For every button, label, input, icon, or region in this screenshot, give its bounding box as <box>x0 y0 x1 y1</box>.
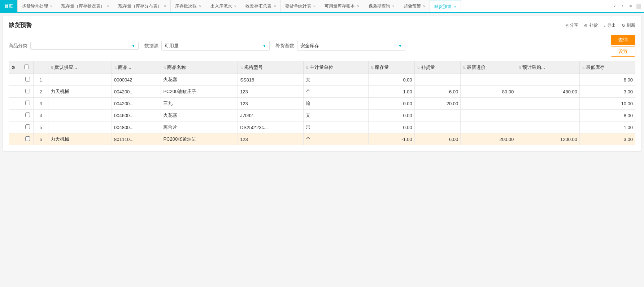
tab-home[interactable]: 首页 <box>0 0 18 13</box>
settings-column-header[interactable]: ⚙ <box>9 61 22 74</box>
min-stock-column-header[interactable]: 最低库存 <box>580 61 635 74</box>
row-min-stock-5: 1.00 <box>580 122 635 133</box>
data-table: ⚙ 默认供应... 商品... 商品名称 规格型号 主计量单位 库存量 补货量 … <box>9 61 635 145</box>
spec-column-header[interactable]: 规格型号 <box>238 61 304 74</box>
row-gear-4[interactable] <box>9 110 22 122</box>
tab-expiry-close[interactable]: × <box>392 4 395 8</box>
tab-close-all[interactable]: ✕ <box>627 2 635 10</box>
datasource-select[interactable]: 可用量 ▼ <box>161 41 270 51</box>
tab-available-ledger-close[interactable]: × <box>357 4 359 8</box>
tab-shortage[interactable]: 缺货预警 × <box>430 0 461 13</box>
row-stock-4: 0.00 <box>369 110 414 122</box>
tab-exception-close[interactable]: × <box>50 4 52 8</box>
row-gear-1[interactable] <box>9 74 22 86</box>
row-name-2: PC200油缸庄子 <box>161 86 238 98</box>
row-unit-1: 支 <box>304 74 369 86</box>
unit-column-header[interactable]: 主计量单位 <box>304 61 369 74</box>
stock-column-header[interactable]: 库存量 <box>369 61 414 74</box>
row-checkbox-5[interactable] <box>25 124 30 129</box>
replenish-base-select-arrow: ▼ <box>398 44 402 48</box>
row-unit-3: 箱 <box>304 98 369 110</box>
tab-batch-account[interactable]: 库存批次账 × <box>171 0 206 13</box>
row-gear-3[interactable] <box>9 98 22 110</box>
tab-inventory-dist-close[interactable]: × <box>164 4 166 8</box>
tab-inout-flow[interactable]: 出入库流水 × <box>206 0 241 13</box>
row-gear-5[interactable] <box>9 122 22 133</box>
replenish-qty-column-header[interactable]: 补货量 <box>414 61 460 74</box>
product-name-column-header[interactable]: 商品名称 <box>161 61 238 74</box>
share-icon: ⎘ <box>566 23 568 28</box>
row-gear-6[interactable] <box>9 133 22 145</box>
tab-receive-summary[interactable]: 收发存汇总表 × <box>241 0 280 13</box>
tab-home-label: 首页 <box>4 3 13 9</box>
replenish-button[interactable]: ⊕ 补货 <box>584 22 598 28</box>
latest-price-column-header[interactable]: 最新进价 <box>461 61 516 74</box>
row-checkbox-cell-6[interactable] <box>22 133 34 145</box>
refresh-icon: ↻ <box>622 23 625 28</box>
refresh-button[interactable]: ↻ 刷新 <box>622 22 635 28</box>
row-checkbox-cell-2[interactable] <box>22 86 34 98</box>
checkbox-column-header[interactable] <box>22 61 34 74</box>
refresh-label: 刷新 <box>627 22 635 28</box>
row-checkbox-cell-5[interactable] <box>22 122 34 133</box>
tab-inventory-dist[interactable]: 现存量（库存分布表） × <box>114 0 171 13</box>
tab-available-ledger[interactable]: 可用量库存账本 × <box>320 0 364 13</box>
row-checkbox-cell-1[interactable] <box>22 74 34 86</box>
row-checkbox-2[interactable] <box>25 89 30 93</box>
query-button[interactable]: 查询 <box>611 35 635 45</box>
row-name-6: PC200张紧油缸 <box>161 133 238 145</box>
replenish-base-select-value: 安全库存 <box>300 43 319 49</box>
tab-order-stats[interactable]: 要货单统计表 × <box>281 0 320 13</box>
replenish-base-filter-group: 补货基数 安全库存 ▼ <box>275 41 405 51</box>
product-code-column-header[interactable]: 商品... <box>112 61 161 74</box>
default-supplier-column-header[interactable]: 默认供应... <box>48 61 112 74</box>
tab-receive-summary-close[interactable]: × <box>274 4 276 8</box>
export-icon: ↓ <box>604 23 606 28</box>
row-checkbox-3[interactable] <box>25 101 30 105</box>
tab-order-stats-label: 要货单统计表 <box>285 3 311 9</box>
tab-overstock-label: 超储预警 <box>404 3 421 9</box>
tab-overstock[interactable]: 超储预警 × <box>399 0 430 13</box>
tab-inventory-status-close[interactable]: × <box>107 4 109 8</box>
settings-button[interactable]: 设置 <box>611 47 635 57</box>
row-latest-price-6: 200.00 <box>461 133 516 145</box>
tab-available-ledger-label: 可用量库存账本 <box>325 3 355 9</box>
row-spec-4: J7092 <box>238 110 304 122</box>
replenish-base-select[interactable]: 安全库存 ▼ <box>297 41 405 51</box>
row-gear-2[interactable] <box>9 86 22 98</box>
row-checkbox-cell-3[interactable] <box>22 98 34 110</box>
row-checkbox-1[interactable] <box>25 77 30 81</box>
tab-expiry[interactable]: 保质期查询 × <box>364 0 399 13</box>
tab-order-stats-close[interactable]: × <box>313 4 316 8</box>
row-num-3: 3 <box>34 98 48 110</box>
replenish-label: 补货 <box>589 22 598 28</box>
share-button[interactable]: ⎘ 分享 <box>566 22 578 28</box>
table-row: 3 004200... 三九 123 箱 0.00 20.00 10.00 <box>9 98 635 110</box>
tab-batch-account-close[interactable]: × <box>199 4 201 8</box>
row-checkbox-4[interactable] <box>25 112 30 117</box>
tab-bar: 首页 拣货异常处理 × 现存量（库存状况表） × 现存量（库存分布表） × 库存… <box>0 0 644 13</box>
row-checkbox-6[interactable] <box>25 136 30 141</box>
tab-maximize[interactable]: ⬜ <box>635 2 643 10</box>
category-select[interactable]: ▼ <box>30 42 139 50</box>
row-supplier-2: 力天机械 <box>48 86 112 98</box>
tab-exception[interactable]: 拣货异常处理 × <box>18 0 57 13</box>
row-min-stock-6: 3.00 <box>580 133 635 145</box>
select-all-checkbox[interactable] <box>24 65 29 69</box>
tab-inventory-dist-label: 现存量（库存分布表） <box>118 3 162 9</box>
tab-scroll-left[interactable]: ‹ <box>611 2 619 10</box>
tab-scroll-right[interactable]: › <box>619 2 627 10</box>
table-row: 2 力天机械 004200... PC200油缸庄子 123 个 -1.00 6… <box>9 86 635 98</box>
tab-inventory-status[interactable]: 现存量（库存状况表） × <box>57 0 114 13</box>
tab-shortage-close[interactable]: × <box>454 4 456 9</box>
est-purchase-column-header[interactable]: 预计采购... <box>516 61 580 74</box>
page-header: 缺货预警 ⎘ 分享 ⊕ 补货 ↓ 导出 ↻ 刷新 <box>9 22 635 29</box>
row-num-4: 4 <box>34 110 48 122</box>
tab-inout-flow-close[interactable]: × <box>234 4 236 8</box>
row-num-2: 2 <box>34 86 48 98</box>
row-supplier-6: 力天机械 <box>48 133 112 145</box>
export-button[interactable]: ↓ 导出 <box>604 22 616 28</box>
tab-overstock-close[interactable]: × <box>423 4 425 8</box>
row-checkbox-cell-4[interactable] <box>22 110 34 122</box>
row-supplier-1 <box>48 74 112 86</box>
